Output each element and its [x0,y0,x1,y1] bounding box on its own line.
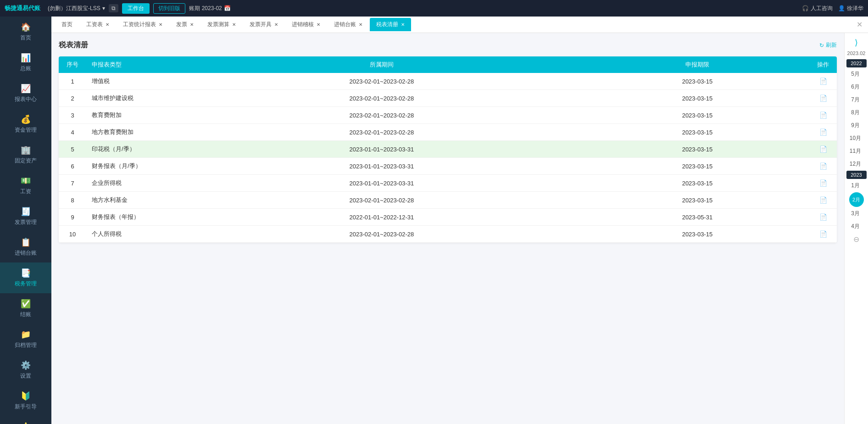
cell-type: 地方教育费附加 [86,124,178,141]
tab-close-invoice_open[interactable]: ✕ [274,22,278,27]
cell-period: 2023-02-01~2023-02-28 [178,73,585,90]
headset-icon: 🎧 [802,5,809,11]
tab-tax_clearance[interactable]: 税表清册✕ [370,18,411,31]
month-item-2022-8月[interactable]: 8月 [846,106,865,119]
month-item-2022-12月[interactable]: 12月 [846,158,865,170]
copy-button[interactable]: ⧉ [109,4,118,12]
action-icon[interactable]: 📄 [819,162,827,170]
collapse-right-panel-button[interactable]: ⟩ [853,36,860,50]
tab-close-invoice_calc[interactable]: ✕ [232,22,236,27]
action-icon[interactable]: 📄 [819,128,827,136]
sidebar-icon-settings: ⚙️ [21,360,31,370]
workspace-button[interactable]: 工作台 [122,3,150,14]
sidebar-icon-purchase: 📋 [21,237,31,247]
switch-old-button[interactable]: 切到旧版 [153,3,185,14]
tab-invoice[interactable]: 发票✕ [170,18,200,31]
tab-close-purchase_check[interactable]: ✕ [317,22,320,27]
refresh-button[interactable]: ↻ 刷新 [819,41,837,49]
cell-period: 2023-02-01~2023-02-28 [178,226,585,243]
sidebar-item-archive[interactable]: 📁 归档管理 [0,324,51,355]
tab-purchase_ledger[interactable]: 进销台账✕ [328,18,369,31]
tab-salary_stats[interactable]: 工资统计报表✕ [117,18,169,31]
table-row: 10 个人所得税 2023-02-01~2023-02-28 2023-03-1… [59,226,837,243]
sidebar-label-invoice: 发票管理 [15,218,37,226]
action-icon[interactable]: 📄 [819,145,827,153]
cell-action[interactable]: 📄 [809,226,837,243]
sidebar-item-purchase[interactable]: 📋 进销台账 [0,232,51,262]
cell-action[interactable]: 📄 [809,192,837,209]
company-selector[interactable]: (勿删）江西股宝-LSS ▾ [48,5,105,12]
sidebar-item-tax[interactable]: 📑 税务管理 [0,262,51,293]
tab-purchase_check[interactable]: 进销稽核✕ [285,18,327,31]
cell-type: 企业所得税 [86,175,178,192]
month-item-2022-7月[interactable]: 7月 [846,94,865,106]
cell-no: 3 [59,107,86,124]
sidebar-item-invoice[interactable]: 🧾 发票管理 [0,201,51,232]
month-item-2023-1月[interactable]: 1月 [846,179,865,192]
tab-bar: 首页工资表✕工资统计报表✕发票✕发票测算✕发票开具✕进销稽核✕进销台账✕税表清册… [51,17,868,33]
tab-close-salary_table[interactable]: ✕ [106,22,109,27]
app-logo: 畅捷通易代账 [5,4,40,12]
sidebar-item-settings[interactable]: ⚙️ 设置 [0,355,51,385]
cell-action[interactable]: 📄 [809,124,837,141]
tab-home[interactable]: 首页 [55,18,79,31]
action-icon[interactable]: 📄 [819,95,827,102]
cell-no: 7 [59,175,86,192]
action-icon[interactable]: 📄 [819,196,827,204]
tab-label-purchase_check: 进销稽核 [292,21,314,28]
action-icon[interactable]: 📄 [819,213,827,221]
sidebar-item-home[interactable]: 🏠 首页 [0,17,51,47]
ai-consult-button[interactable]: 🎧 人工咨询 [802,5,833,12]
month-item-2022-11月[interactable]: 11月 [846,145,865,157]
sidebar-icon-funds: 💰 [21,114,31,124]
user-profile[interactable]: 👤 徐泽华 [838,5,863,12]
action-icon[interactable]: 📄 [819,230,827,238]
refresh-icon: ↻ [819,42,824,49]
sidebar-item-member[interactable]: ⭐ 畅会员 [0,416,51,424]
sidebar-item-guide[interactable]: 🔰 新手引导 [0,385,51,416]
cell-deadline: 2023-03-15 [585,107,809,124]
month-item-2022-5月[interactable]: 5月 [846,68,865,80]
table-row: 9 财务报表（年报） 2022-01-01~2022-12-31 2023-05… [59,209,837,226]
sidebar-item-assets[interactable]: 🏢 固定资产 [0,139,51,170]
sidebar-item-salary[interactable]: 💵 工资 [0,170,51,201]
month-item-2023-2月[interactable]: 2月 [849,192,864,207]
cell-action[interactable]: 📄 [809,107,837,124]
close-all-tabs-button[interactable]: ✕ [855,18,864,31]
tab-salary_table[interactable]: 工资表✕ [80,18,116,31]
cell-action[interactable]: 📄 [809,90,837,107]
cell-action[interactable]: 📄 [809,141,837,158]
action-icon[interactable]: 📄 [819,179,827,187]
sidebar-item-ledger[interactable]: 📊 总账 [0,47,51,78]
sidebar-item-settlement[interactable]: ✅ 结账 [0,293,51,324]
sidebar-item-funds[interactable]: 💰 资金管理 [0,109,51,139]
year-label-2022: 2022 [846,59,867,67]
month-item-2022-6月[interactable]: 6月 [846,81,865,93]
sidebar-label-settlement: 结账 [20,311,31,318]
tab-close-invoice[interactable]: ✕ [190,22,194,27]
content-area: 首页工资表✕工资统计报表✕发票✕发票测算✕发票开具✕进销稽核✕进销台账✕税表清册… [51,17,868,424]
cell-action[interactable]: 📄 [809,209,837,226]
month-item-2023-3月[interactable]: 3月 [846,207,865,220]
tab-invoice_open[interactable]: 发票开具✕ [243,18,284,31]
cell-period: 2023-01-01~2023-03-31 [178,141,585,158]
month-item-2022-10月[interactable]: 10月 [846,132,865,145]
right-panel-close-button[interactable]: ⊖ [851,233,861,245]
cell-action[interactable]: 📄 [809,175,837,192]
action-icon[interactable]: 📄 [819,112,827,119]
cell-action[interactable]: 📄 [809,73,837,90]
tab-close-purchase_ledger[interactable]: ✕ [359,22,362,27]
month-item-2023-4月[interactable]: 4月 [846,220,865,233]
sidebar-item-reports[interactable]: 📈 报表中心 [0,78,51,109]
calendar-icon[interactable]: 📅 [224,5,231,11]
cell-action[interactable]: 📄 [809,158,837,175]
sidebar-label-assets: 固定资产 [15,157,37,165]
tab-close-salary_stats[interactable]: ✕ [159,22,162,27]
table-row: 4 地方教育费附加 2023-02-01~2023-02-28 2023-03-… [59,124,837,141]
tab-label-salary_table: 工资表 [86,21,103,28]
tab-close-tax_clearance[interactable]: ✕ [401,22,405,27]
action-icon[interactable]: 📄 [819,78,827,85]
tab-invoice_calc[interactable]: 发票测算✕ [201,18,242,31]
col-action: 操作 [809,56,837,73]
month-item-2022-9月[interactable]: 9月 [846,119,865,132]
